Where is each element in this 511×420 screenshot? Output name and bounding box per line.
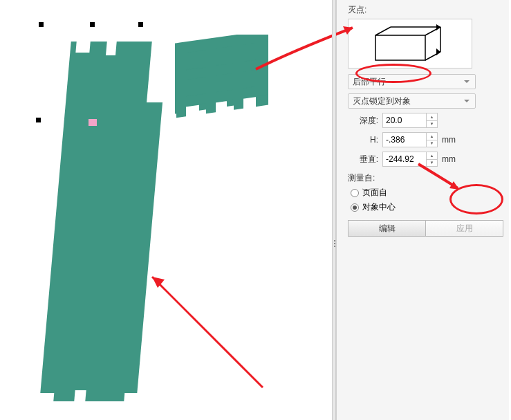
- radio-icon: [351, 203, 359, 212]
- v-input[interactable]: -244.92 ▲ ▼: [382, 152, 438, 167]
- selection-handle[interactable]: [138, 22, 143, 27]
- cube-icon: [369, 24, 452, 63]
- drag-handle-icon[interactable]: [333, 235, 337, 252]
- selection-handle[interactable]: [36, 118, 41, 122]
- center-marker: [89, 119, 97, 126]
- h-label: H:: [348, 135, 382, 145]
- extrude-preview[interactable]: [348, 19, 472, 69]
- teal-shape[interactable]: [39, 42, 167, 401]
- apply-button[interactable]: 应用: [426, 220, 503, 237]
- svg-rect-5: [234, 35, 243, 110]
- spinner-down-icon[interactable]: ▼: [427, 121, 437, 128]
- panel-divider[interactable]: [332, 0, 336, 420]
- depth-label: 深度:: [348, 115, 382, 127]
- radio-label: 对象中心: [362, 201, 396, 213]
- spinner-up-icon[interactable]: ▲: [427, 113, 437, 121]
- annotation-arrow-icon: [138, 263, 277, 401]
- dropdown-value: 后部平行: [353, 76, 386, 88]
- h-input[interactable]: -.386 ▲ ▼: [382, 132, 438, 147]
- extrude-type-dropdown[interactable]: 后部平行: [348, 74, 476, 89]
- input-value: 20.0: [383, 116, 426, 125]
- radio-label: 页面自: [362, 187, 387, 199]
- selection-handle[interactable]: [39, 22, 44, 27]
- chevron-down-icon: [461, 94, 472, 108]
- vanishing-point-label: 灭点:: [348, 4, 503, 16]
- v-label: 垂直:: [348, 154, 382, 165]
- radio-icon: [351, 189, 359, 197]
- spinner-down-icon[interactable]: ▼: [427, 160, 437, 167]
- measure-from-label: 测量自:: [348, 172, 503, 184]
- text-glyph[interactable]: [173, 35, 270, 131]
- button-label: 应用: [456, 223, 473, 235]
- radio-page-origin[interactable]: 页面自: [348, 187, 503, 199]
- svg-rect-4: [206, 39, 216, 113]
- spinner-down-icon[interactable]: ▼: [427, 140, 437, 147]
- chevron-down-icon: [461, 75, 472, 89]
- input-value: -.386: [383, 135, 426, 145]
- svg-rect-9: [375, 35, 425, 60]
- depth-input[interactable]: 20.0 ▲ ▼: [382, 113, 438, 128]
- spinner-up-icon[interactable]: ▲: [427, 152, 437, 160]
- svg-line-10: [375, 27, 391, 35]
- side-panel: 灭点: 后部平行 灭点锁定到对象 深度: 20.0: [336, 0, 509, 420]
- svg-marker-8: [152, 277, 165, 288]
- svg-marker-16: [436, 24, 440, 30]
- svg-marker-15: [436, 48, 440, 55]
- button-label: 编辑: [379, 223, 396, 235]
- spinner-up-icon[interactable]: ▲: [427, 133, 437, 140]
- canvas-area[interactable]: [0, 0, 332, 420]
- unit-label: mm: [442, 154, 456, 164]
- input-value: -244.92: [383, 154, 426, 164]
- vanishing-lock-dropdown[interactable]: 灭点锁定到对象: [348, 93, 476, 109]
- radio-object-center[interactable]: 对象中心: [348, 201, 503, 213]
- dropdown-value: 灭点锁定到对象: [353, 95, 411, 107]
- selection-handle[interactable]: [90, 22, 95, 27]
- svg-rect-3: [176, 43, 186, 118]
- edit-button[interactable]: 编辑: [348, 220, 426, 237]
- unit-label: mm: [442, 135, 456, 145]
